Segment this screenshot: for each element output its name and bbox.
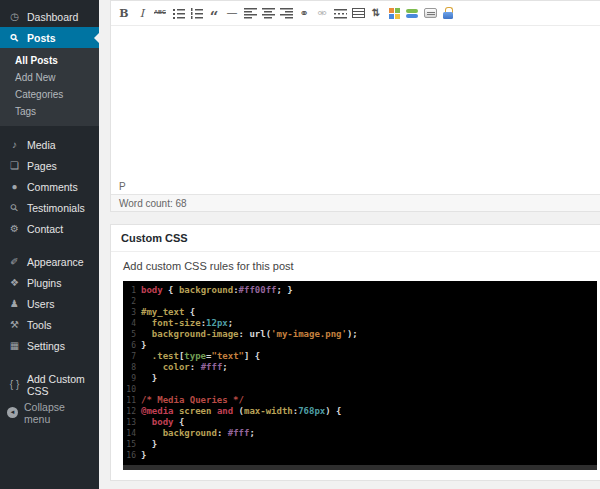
italic-button[interactable]: I bbox=[133, 3, 151, 23]
submenu-item-add-new[interactable]: Add New bbox=[0, 69, 99, 86]
bullet-list-icon bbox=[172, 8, 185, 19]
sidebar-item-users[interactable]: ♟Users bbox=[0, 293, 99, 314]
align-right-button[interactable] bbox=[277, 3, 295, 23]
card-plugin-icon bbox=[424, 8, 437, 18]
sidebar-item-testimonials[interactable]: ⚲Testimonials bbox=[0, 197, 99, 218]
numbered-list-icon bbox=[190, 8, 203, 19]
collapse-menu-icon: ◄ bbox=[7, 407, 18, 418]
align-center-button[interactable] bbox=[259, 3, 277, 23]
code-line: 4 font-size:12px; bbox=[123, 318, 597, 329]
post-editor-panel: BIABC“—⚭⚮⇅ P Word count: 68 bbox=[110, 0, 600, 212]
appearance-icon: ✐ bbox=[7, 257, 22, 267]
bold-button[interactable]: B bbox=[115, 3, 133, 23]
sidebar-item-label: Media bbox=[27, 139, 56, 151]
code-line: 2 bbox=[123, 296, 597, 307]
code-line: 9 } bbox=[123, 373, 597, 384]
line-content: } bbox=[141, 450, 146, 461]
bullet-list-button[interactable] bbox=[169, 3, 187, 23]
custom-css-metabox: Custom CSS Add custom CSS rules for this… bbox=[110, 224, 600, 481]
collapse-menu-label: Collapse menu bbox=[24, 401, 92, 425]
lock-button[interactable] bbox=[439, 3, 457, 23]
users-icon: ♟ bbox=[7, 299, 22, 309]
sidebar-item-label: Settings bbox=[27, 340, 65, 352]
more-tag-button[interactable] bbox=[331, 3, 349, 23]
line-number: 9 bbox=[123, 373, 141, 384]
blockquote-button[interactable]: “ bbox=[205, 3, 223, 23]
pages-icon: ❏ bbox=[7, 161, 22, 171]
admin-sidebar: ◷Dashboard⚲PostsAll PostsAdd NewCategori… bbox=[0, 0, 99, 489]
line-number: 15 bbox=[123, 439, 141, 450]
sidebar-item-contact[interactable]: ⚙Contact bbox=[0, 218, 99, 239]
line-content: font-size:12px; bbox=[141, 318, 233, 329]
shortcodes-plugin-button[interactable] bbox=[403, 3, 421, 23]
link-button[interactable]: ⚭ bbox=[295, 3, 313, 23]
sidebar-item-appearance[interactable]: ✐Appearance bbox=[0, 251, 99, 272]
horizontal-rule-button[interactable]: — bbox=[223, 3, 241, 23]
toolbar-toggle-icon bbox=[352, 8, 365, 18]
submenu-item-all-posts[interactable]: All Posts bbox=[0, 52, 99, 69]
wordpress-admin: ◷Dashboard⚲PostsAll PostsAdd NewCategori… bbox=[0, 0, 600, 481]
sidebar-item-posts[interactable]: ⚲Posts bbox=[0, 27, 99, 48]
media-icon: ♪ bbox=[7, 140, 22, 150]
line-content: background-image: url('my-image.png'); bbox=[141, 329, 358, 340]
line-number: 13 bbox=[123, 417, 141, 428]
code-line: 7 .test[type="text"] { bbox=[123, 351, 597, 362]
line-content: .test[type="text"] { bbox=[141, 351, 260, 362]
blockquote-icon: “ bbox=[210, 15, 219, 20]
element-path[interactable]: P bbox=[119, 181, 126, 192]
line-content: color: #fff; bbox=[141, 362, 228, 373]
code-line: 12@media screen and (max-width:768px) { bbox=[123, 406, 597, 417]
settings-icon: ▦ bbox=[7, 341, 22, 351]
line-number: 7 bbox=[123, 351, 141, 362]
sidebar-item-label: Dashboard bbox=[27, 11, 78, 23]
line-number: 16 bbox=[123, 450, 141, 461]
toolbar-toggle-button[interactable] bbox=[349, 3, 367, 23]
submenu-item-tags[interactable]: Tags bbox=[0, 103, 99, 120]
sidebar-item-label: Users bbox=[27, 298, 54, 310]
line-number: 11 bbox=[123, 395, 141, 406]
code-line: 3#my_text { bbox=[123, 307, 597, 318]
sidebar-item-comments[interactable]: ●Comments bbox=[0, 176, 99, 197]
code-line: 1body { background:#ff00ff; } bbox=[123, 285, 597, 296]
sidebar-item-pages[interactable]: ❏Pages bbox=[0, 155, 99, 176]
editor-canvas[interactable] bbox=[111, 26, 600, 179]
numbered-list-button[interactable] bbox=[187, 3, 205, 23]
line-content: #my_text { bbox=[141, 307, 195, 318]
sidebar-item-add-custom-css[interactable]: { }Add Custom CSS bbox=[0, 374, 99, 395]
bold-icon: B bbox=[119, 8, 128, 19]
line-content: @media screen and (max-width:768px) { bbox=[141, 406, 342, 417]
posts-icon: ⚲ bbox=[6, 29, 24, 47]
contact-icon: ⚙ bbox=[7, 224, 22, 234]
align-right-icon bbox=[280, 8, 293, 19]
word-count-label: Word count: bbox=[119, 198, 173, 209]
sidebar-item-media[interactable]: ♪Media bbox=[0, 134, 99, 155]
sidebar-item-label: Testimonials bbox=[27, 202, 85, 214]
word-count-bar: Word count: 68 bbox=[111, 194, 600, 211]
custom-css-description: Add custom CSS rules for this post bbox=[123, 260, 597, 272]
align-left-button[interactable] bbox=[241, 3, 259, 23]
sidebar-item-plugins[interactable]: ❖Plugins bbox=[0, 272, 99, 293]
custom-css-code-editor[interactable]: 1body { background:#ff00ff; }23#my_text … bbox=[123, 281, 597, 470]
sidebar-item-dashboard[interactable]: ◷Dashboard bbox=[0, 6, 99, 27]
colorful-plugin-button[interactable] bbox=[385, 3, 403, 23]
sidebar-item-label: Appearance bbox=[27, 256, 84, 268]
unlink-button[interactable]: ⚮ bbox=[313, 3, 331, 23]
fullscreen-button[interactable]: ⇅ bbox=[367, 3, 385, 23]
code-line: 16} bbox=[123, 450, 597, 461]
sidebar-item-label: Tools bbox=[27, 319, 52, 331]
code-line: 6} bbox=[123, 340, 597, 351]
sidebar-item-tools[interactable]: ⚒Tools bbox=[0, 314, 99, 335]
line-number: 6 bbox=[123, 340, 141, 351]
add-custom-css-icon: { } bbox=[7, 380, 22, 390]
card-plugin-button[interactable] bbox=[421, 3, 439, 23]
code-horizontal-scrollbar[interactable] bbox=[123, 465, 597, 470]
italic-icon: I bbox=[140, 8, 144, 19]
sidebar-item-settings[interactable]: ▦Settings bbox=[0, 335, 99, 356]
metabox-title[interactable]: Custom CSS bbox=[111, 225, 600, 252]
line-content: body { bbox=[141, 417, 184, 428]
submenu-item-categories[interactable]: Categories bbox=[0, 86, 99, 103]
collapse-menu-button[interactable]: ◄Collapse menu bbox=[0, 402, 99, 423]
code-line: 5 background-image: url('my-image.png'); bbox=[123, 329, 597, 340]
strikethrough-button[interactable]: ABC bbox=[151, 3, 169, 23]
code-line: 13 body { bbox=[123, 417, 597, 428]
